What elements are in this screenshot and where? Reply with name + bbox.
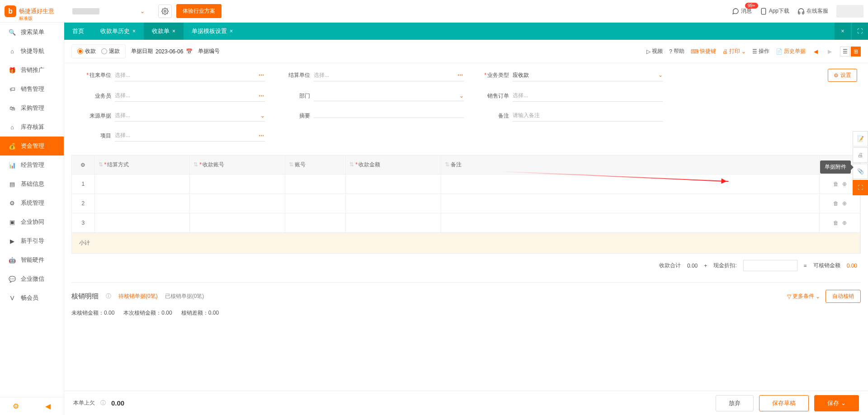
sidebar-item-sales[interactable]: 🏷销售管理	[0, 80, 64, 99]
help-link[interactable]: ?帮助	[669, 47, 684, 55]
tab-fullscreen[interactable]: ⛶	[852, 23, 868, 40]
sidebar-item-guide[interactable]: ▶新手引导	[0, 231, 64, 250]
sidebar-item-system[interactable]: ⚙系统管理	[0, 193, 64, 212]
user-avatar[interactable]	[836, 5, 863, 18]
gear2-icon: ⚙	[8, 199, 16, 207]
sidebar-item-business[interactable]: 📊经营管理	[0, 156, 64, 174]
view-detail-button[interactable]: ⊞	[851, 47, 861, 57]
tab-template[interactable]: 单据模板设置×	[184, 23, 241, 40]
help-icon[interactable]: ⓘ	[100, 399, 106, 407]
col-account-no[interactable]: ⇅账号	[285, 156, 345, 174]
sidebar-item-funds[interactable]: 💰资金管理	[0, 137, 64, 156]
save-button[interactable]: 保存⌄	[814, 395, 859, 411]
tab-receipt[interactable]: 收款单×	[144, 23, 184, 40]
radio-receive[interactable]: 收款	[77, 47, 96, 55]
app-download-link[interactable]: App下载	[760, 7, 789, 15]
more-conditions[interactable]: ▽更多条件⌄	[787, 292, 820, 300]
discount-input[interactable]	[743, 260, 797, 271]
sidebar-item-wecom[interactable]: 💬企业微信	[0, 269, 64, 288]
form-settings-button[interactable]: ⚙设置	[828, 69, 857, 82]
delete-icon[interactable]: 🗑	[833, 181, 839, 187]
try-industry-button[interactable]: 体验行业方案	[176, 4, 222, 18]
sidebar-item-stock[interactable]: ⌂库存核算	[0, 118, 64, 137]
biztype-select[interactable]: 应收款⌄	[513, 70, 663, 81]
float-print-button[interactable]: 🖨	[853, 147, 868, 163]
sidebar-item-collab[interactable]: ▣企业协同	[0, 212, 64, 231]
add-icon[interactable]: ⊕	[842, 200, 847, 207]
done-tab[interactable]: 已核销单据(0笔)	[165, 292, 204, 300]
sidebar-collapse-button[interactable]: ◀	[32, 397, 64, 415]
col-gear[interactable]: ⚙	[72, 156, 94, 174]
table-row[interactable]: 1🗑⊕	[72, 174, 860, 194]
project-input[interactable]: 选择...⋯	[115, 130, 265, 141]
field-project: 项目 选择...⋯	[75, 130, 265, 141]
float-attachment-button[interactable]: 📎	[853, 164, 868, 179]
support-link[interactable]: 在线客服	[797, 7, 828, 15]
settings-icon-button[interactable]	[158, 5, 172, 18]
summary-input[interactable]	[314, 114, 464, 118]
phone-icon	[760, 8, 767, 15]
sidebar-item-quicknav[interactable]: ⌂快捷导航	[0, 42, 64, 61]
remark-input[interactable]: 请输入备注	[513, 110, 663, 122]
save-draft-button[interactable]: 保存草稿	[759, 395, 809, 411]
table-row[interactable]: 2🗑⊕	[72, 194, 860, 213]
add-icon[interactable]: ⊕	[842, 181, 847, 187]
date-value[interactable]: 2023-06-06	[156, 48, 183, 55]
col-settle-method[interactable]: ⇅*结算方式	[94, 156, 190, 174]
next-doc-button[interactable]: ▶	[826, 48, 834, 55]
sidebar-item-search[interactable]: 🔍搜索菜单	[0, 23, 64, 42]
settle-input[interactable]: 选择...⋯	[314, 70, 464, 81]
order-input[interactable]: 选择...	[513, 90, 663, 102]
code-label: 单据编号	[198, 47, 220, 55]
lookup-icon[interactable]: ⋯	[458, 72, 464, 78]
auto-writeoff-button[interactable]: 自动核销	[826, 290, 861, 303]
close-icon[interactable]: ×	[230, 28, 233, 34]
col-amount[interactable]: ⇅*收款金额	[346, 156, 441, 174]
shortcut-link[interactable]: ⌨快捷键	[691, 47, 716, 55]
ops-link[interactable]: ☰操作	[752, 47, 769, 55]
customer-input[interactable]: 选择...⋯	[115, 70, 265, 81]
float-draft-button[interactable]: 📝	[853, 131, 868, 146]
field-order: 销售订单 选择...	[473, 90, 663, 102]
video-link[interactable]: ▷视频	[646, 47, 663, 55]
field-customer: *往来单位 选择...⋯	[75, 70, 265, 81]
radio-refund[interactable]: 退款	[101, 47, 120, 55]
add-icon[interactable]: ⊕	[842, 220, 847, 226]
close-icon[interactable]: ×	[172, 28, 175, 34]
messages-link[interactable]: 消息 99+	[732, 7, 752, 15]
view-list-button[interactable]: ☰	[840, 47, 850, 57]
lookup-icon[interactable]: ⋯	[259, 72, 265, 78]
org-selector[interactable]: ⌄	[63, 5, 154, 18]
lookup-icon[interactable]: ⋯	[259, 93, 265, 99]
tab-home[interactable]: 首页	[64, 23, 92, 40]
sidebar-settings-button[interactable]: ⚙	[0, 397, 32, 415]
calendar-icon[interactable]: 📅	[186, 48, 193, 55]
col-account[interactable]: ⇅*收款账号	[190, 156, 285, 174]
tab-history[interactable]: 收款单历史×	[92, 23, 144, 40]
field-biztype: *业务类型 应收款⌄	[473, 70, 663, 81]
sidebar-item-marketing[interactable]: 🎁营销推广	[0, 61, 64, 80]
history-link[interactable]: 📄历史单据	[776, 47, 806, 55]
source-select[interactable]: 选择...⌄	[115, 110, 265, 122]
prev-doc-button[interactable]: ◀	[812, 48, 820, 55]
float-toolbar: 📝 🖨 📎 ⛶	[853, 131, 868, 195]
print-link[interactable]: 🖨打印⌄	[722, 47, 746, 55]
delete-icon[interactable]: 🗑	[833, 200, 839, 207]
delete-icon[interactable]: 🗑	[833, 220, 839, 226]
sidebar-item-member[interactable]: V畅会员	[0, 288, 64, 307]
discard-button[interactable]: 放弃	[716, 395, 754, 411]
help-icon[interactable]: ⓘ	[106, 292, 111, 300]
lookup-icon[interactable]: ⋯	[259, 132, 265, 139]
float-expand-button[interactable]: ⛶	[853, 180, 868, 195]
col-remark[interactable]: ⇅备注	[441, 156, 820, 174]
pending-tab[interactable]: 待核销单据(0笔)	[118, 292, 158, 300]
tab-close-all[interactable]: ×	[835, 23, 851, 40]
table-row[interactable]: 3🗑⊕	[72, 213, 860, 233]
salesperson-input[interactable]: 选择...⋯	[115, 90, 265, 102]
sidebar-item-basic[interactable]: ▤基础信息	[0, 174, 64, 193]
dept-select[interactable]: ⌄	[314, 91, 464, 101]
sidebar-item-purchase[interactable]: 🛍采购管理	[0, 99, 64, 118]
main: 首页 收款单历史× 收款单× 单据模板设置× × ⛶ 收款 退款 单据日期 20…	[64, 23, 868, 415]
sidebar-item-hardware[interactable]: 🤖智能硬件	[0, 250, 64, 269]
close-icon[interactable]: ×	[132, 28, 136, 34]
